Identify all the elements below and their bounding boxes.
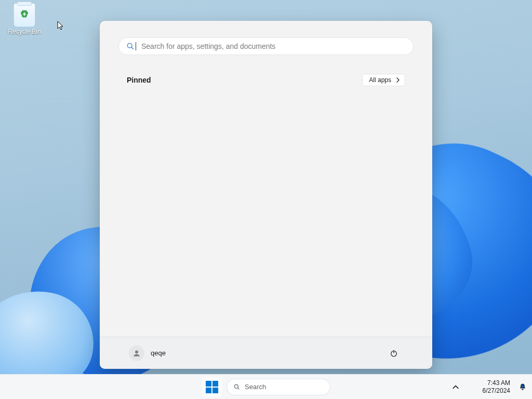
user-account-button[interactable]: qeqe <box>129 345 166 361</box>
all-apps-label: All apps <box>369 76 391 84</box>
recycle-bin-desktop-icon[interactable]: Recycle Bin <box>5 3 44 35</box>
svg-point-5 <box>234 384 238 388</box>
user-name-label: qeqe <box>151 349 166 357</box>
power-icon <box>389 349 398 358</box>
taskbar-search-box[interactable]: Search <box>227 379 330 395</box>
svg-line-6 <box>238 388 239 389</box>
system-tray-quick-settings[interactable] <box>464 377 477 397</box>
all-apps-button[interactable]: All apps <box>362 74 405 86</box>
pinned-section-title: Pinned <box>127 76 151 84</box>
recycle-bin-label: Recycle Bin <box>5 28 44 35</box>
search-icon <box>233 383 241 391</box>
text-cursor <box>136 42 136 50</box>
bell-icon <box>518 383 527 391</box>
notification-center-button[interactable] <box>515 377 530 397</box>
svg-point-2 <box>135 350 138 353</box>
start-search-box[interactable] <box>118 37 414 55</box>
chevron-up-icon <box>453 384 459 390</box>
taskbar-clock[interactable]: 7:43 AM 6/27/2024 <box>480 379 513 395</box>
tray-overflow-button[interactable] <box>449 377 462 397</box>
taskbar-search-label: Search <box>245 383 266 391</box>
search-icon <box>126 42 135 50</box>
power-button[interactable] <box>384 344 403 363</box>
windows-logo-icon <box>206 381 218 393</box>
taskbar: Search 7:43 AM 6/27/2024 <box>0 374 532 399</box>
svg-line-1 <box>131 47 133 49</box>
taskbar-date: 6/27/2024 <box>483 387 510 395</box>
recycle-bin-icon <box>14 3 35 27</box>
mouse-cursor <box>57 21 64 31</box>
start-search-input[interactable] <box>141 42 406 50</box>
chevron-right-icon <box>395 77 401 83</box>
start-menu: Pinned All apps qeqe <box>100 21 432 369</box>
user-avatar-icon <box>129 345 144 361</box>
start-button[interactable] <box>202 377 222 397</box>
taskbar-time: 7:43 AM <box>483 379 510 387</box>
